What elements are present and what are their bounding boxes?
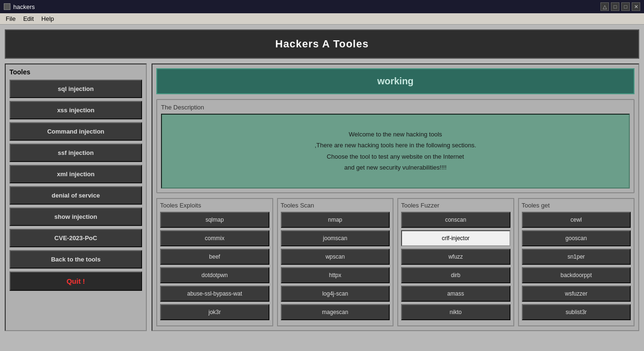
working-header: working bbox=[156, 68, 635, 94]
tool-jok3r[interactable]: jok3r bbox=[160, 304, 269, 320]
right-panel: working The Description Welcome to the n… bbox=[152, 63, 639, 331]
tool-sn1per[interactable]: sn1per bbox=[522, 249, 631, 265]
description-line2: ,There are new hacking tools here in the… bbox=[314, 140, 476, 151]
app-icon bbox=[4, 3, 10, 10]
description-title: The Description bbox=[161, 104, 630, 111]
section-fuzzer-title: Tooles Fuzzer bbox=[401, 202, 510, 209]
tool-magescan[interactable]: magescan bbox=[281, 304, 390, 320]
sidebar-btn-command-injection[interactable]: Command injection bbox=[9, 122, 142, 141]
menu-file[interactable]: File bbox=[2, 14, 19, 23]
menu-help[interactable]: Help bbox=[37, 14, 58, 23]
tool-backdoorppt[interactable]: backdoorppt bbox=[522, 267, 631, 283]
minimize-button[interactable]: △ bbox=[600, 2, 609, 11]
description-content: Welcome to the new hacking tools ,There … bbox=[161, 114, 630, 189]
restore-button[interactable]: □ bbox=[611, 2, 619, 11]
tool-dirb[interactable]: dirb bbox=[401, 267, 510, 283]
section-fuzzer: Tooles Fuzzer conscan crlf-injector wfuz… bbox=[397, 198, 514, 326]
sidebar-title: Tooles bbox=[9, 68, 142, 76]
working-label: working bbox=[377, 76, 414, 86]
tool-nikto[interactable]: nikto bbox=[401, 304, 510, 320]
section-get: Tooles get cewl gooscan sn1per backdoorp… bbox=[518, 198, 635, 326]
tool-wsfuzzer[interactable]: wsfuzzer bbox=[522, 286, 631, 302]
section-scan: Tooles Scan nmap joomscan wpscan httpx l… bbox=[277, 198, 394, 326]
title-bar-title: hackers bbox=[13, 3, 35, 10]
app-body: Hackers A Tooles Tooles sql injection xs… bbox=[0, 25, 644, 351]
tool-conscan[interactable]: conscan bbox=[401, 212, 510, 228]
tool-abuse-ssl[interactable]: abuse-ssl-bypass-wat bbox=[160, 286, 269, 302]
sidebar-btn-ssf-injection[interactable]: ssf injection bbox=[9, 144, 142, 162]
tool-httpx[interactable]: httpx bbox=[281, 267, 390, 283]
section-exploits: Tooles Exploits sqlmap commix beef dotdo… bbox=[156, 198, 273, 326]
tool-sublist3r[interactable]: sublist3r bbox=[522, 304, 631, 320]
tool-beef[interactable]: beef bbox=[160, 249, 269, 265]
maximize-button[interactable]: □ bbox=[621, 2, 630, 11]
sidebar-btn-cve-2023-poc[interactable]: CVE-2023-PoC bbox=[9, 229, 142, 247]
menu-bar: File Edit Help bbox=[0, 13, 644, 25]
section-scan-title: Tooles Scan bbox=[281, 202, 390, 209]
sidebar-btn-show-injection[interactable]: show injection bbox=[9, 207, 142, 226]
title-bar: hackers △ □ □ ✕ bbox=[0, 0, 644, 13]
description-line4: and get new security vulnerabilities!!!! bbox=[314, 162, 476, 173]
main-content: Tooles sql injection xss injection Comma… bbox=[5, 63, 639, 331]
sidebar-btn-xss-injection[interactable]: xss injection bbox=[9, 101, 142, 119]
tool-gooscan[interactable]: gooscan bbox=[522, 230, 631, 246]
tool-sqlmap[interactable]: sqlmap bbox=[160, 212, 269, 228]
tool-crlf-injector[interactable]: crlf-injector bbox=[401, 230, 510, 246]
sidebar-btn-quit[interactable]: Quit ! bbox=[9, 271, 142, 291]
section-exploits-title: Tooles Exploits bbox=[160, 202, 269, 209]
sidebar-btn-xml-injection[interactable]: xml injection bbox=[9, 165, 142, 183]
sidebar: Tooles sql injection xss injection Comma… bbox=[5, 63, 147, 331]
tool-cewl[interactable]: cewl bbox=[522, 212, 631, 228]
tool-sections: Tooles Exploits sqlmap commix beef dotdo… bbox=[156, 198, 635, 326]
section-get-title: Tooles get bbox=[522, 202, 631, 209]
tool-commix[interactable]: commix bbox=[160, 230, 269, 246]
description-line3: Choose the tool to test any website on t… bbox=[314, 151, 476, 162]
tool-joomscan[interactable]: joomscan bbox=[281, 230, 390, 246]
tool-nmap[interactable]: nmap bbox=[281, 212, 390, 228]
tool-amass[interactable]: amass bbox=[401, 286, 510, 302]
sidebar-btn-back-to-tools[interactable]: Back to the tools bbox=[9, 250, 142, 269]
header-banner: Hackers A Tooles bbox=[5, 29, 639, 59]
sidebar-btn-denial-of-service[interactable]: denial of service bbox=[9, 186, 142, 205]
tool-dotdotpwn[interactable]: dotdotpwn bbox=[160, 267, 269, 283]
description-box: The Description Welcome to the new hacki… bbox=[156, 99, 635, 193]
description-line1: Welcome to the new hacking tools bbox=[314, 129, 476, 140]
tool-log4j-scan[interactable]: log4j-scan bbox=[281, 286, 390, 302]
header-title: Hackers A Tooles bbox=[275, 38, 368, 50]
title-bar-controls: △ □ □ ✕ bbox=[600, 2, 640, 11]
tool-wpscan[interactable]: wpscan bbox=[281, 249, 390, 265]
tool-wfuzz[interactable]: wfuzz bbox=[401, 249, 510, 265]
close-button[interactable]: ✕ bbox=[632, 2, 640, 11]
menu-edit[interactable]: Edit bbox=[19, 14, 37, 23]
sidebar-btn-sql-injection[interactable]: sql injection bbox=[9, 80, 142, 98]
